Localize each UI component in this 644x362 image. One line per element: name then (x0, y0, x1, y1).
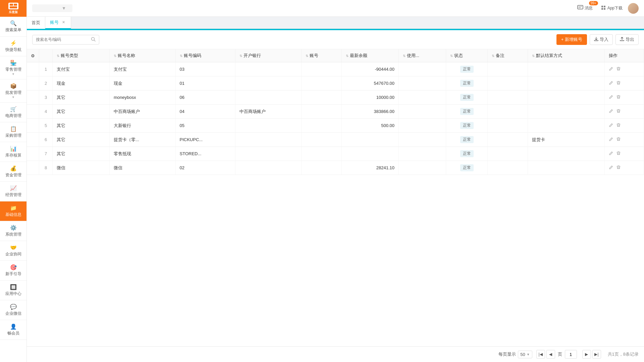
col-balance[interactable]: ⇅ 最新余额 (342, 49, 399, 62)
col-usage[interactable]: ⇅ 使用... (399, 49, 446, 62)
account-search-input[interactable] (36, 37, 89, 42)
svg-rect-5 (604, 6, 605, 7)
sidebar-item-guide[interactable]: 🎯 新手引导 (0, 261, 26, 281)
col-action: 操作 (605, 49, 644, 62)
sidebar-item-finance[interactable]: 💰 资金管理 (0, 162, 26, 182)
sidebar-item-enterprise-wechat[interactable]: 💬 企业微信 (0, 300, 26, 320)
basic-info-icon: 📁 (10, 205, 17, 211)
row-account-4 (301, 119, 341, 133)
app-logo: 乐意版 (0, 0, 26, 17)
col-status[interactable]: ⇅ 状态 (446, 49, 488, 62)
delete-icon-0[interactable] (616, 66, 621, 72)
account-search-box[interactable] (32, 35, 99, 45)
sidebar-item-basic-info[interactable]: 📁 基础信息 (0, 201, 26, 221)
edit-icon-7[interactable] (609, 165, 613, 171)
row-num-7: 8 (39, 161, 53, 175)
delete-icon-6[interactable] (616, 151, 621, 157)
col-code[interactable]: ⇅ 账号编码 (175, 49, 235, 62)
col-name[interactable]: ⇅ 账号名称 (109, 49, 175, 62)
sidebar-item-quick-nav[interactable]: ⚡ 快捷导航 (0, 37, 26, 56)
sidebar-item-inventory[interactable]: 📊 库存核算 (0, 142, 26, 162)
tab-home[interactable]: 首页 (27, 17, 45, 29)
tab-home-label: 首页 (32, 20, 40, 26)
row-balance-4: 500.00 (342, 119, 399, 133)
sidebar-item-wholesale[interactable]: 📦 批发管理 ▼ (0, 79, 26, 103)
col-settings[interactable]: ⚙ (27, 49, 39, 62)
sidebar-item-retail[interactable]: 🏪 零售管理 ▼ (0, 56, 26, 79)
content-header-actions: + 新增账号 导入 (556, 34, 639, 45)
page-prev-button[interactable]: ◀ (546, 350, 555, 359)
row-status-4: 正常 (446, 119, 488, 133)
sidebar-item-ecommerce[interactable]: 🛒 电商管理 (0, 103, 26, 122)
delete-icon-5[interactable] (616, 137, 621, 142)
delete-icon-3[interactable] (616, 109, 621, 114)
row-type-5: 其它 (53, 133, 110, 147)
svg-rect-0 (10, 4, 13, 6)
import-label: 导入 (600, 37, 608, 43)
page-last-button[interactable]: ▶| (592, 350, 601, 359)
sidebar-item-enterprise[interactable]: 🤝 企业协同 (0, 241, 26, 261)
edit-icon-2[interactable] (609, 95, 613, 100)
topbar-right: 消息 99+ App下载 (575, 3, 639, 14)
delete-icon-2[interactable] (616, 95, 621, 100)
delete-icon-7[interactable] (616, 165, 621, 171)
tab-account-close[interactable]: ✕ (61, 20, 66, 25)
tab-account[interactable]: 账号 ✕ (45, 17, 71, 29)
import-button[interactable]: 导入 (590, 34, 613, 45)
col-bank-label: 开户银行 (244, 53, 261, 59)
sidebar-item-purchase[interactable]: 📋 采购管理 (0, 122, 26, 142)
row-action-7 (605, 161, 644, 175)
row-balance-0: -90444.00 (342, 62, 399, 76)
row-usage-0 (399, 62, 446, 76)
sidebar-item-ops[interactable]: 📈 经营管理 (0, 182, 26, 201)
page-next-button[interactable]: ▶ (582, 350, 591, 359)
delete-icon-4[interactable] (616, 123, 621, 128)
col-type[interactable]: ⇅ 账号类型 (53, 49, 110, 62)
col-remark[interactable]: ⇅ 备注 (488, 49, 528, 62)
col-account[interactable]: ⇅ 账号 (301, 49, 341, 62)
sidebar-item-member[interactable]: 👤 畅会员 (0, 320, 26, 340)
sidebar-item-search-menu[interactable]: 🔍 搜索菜单 (0, 17, 26, 37)
row-remark-7 (488, 161, 528, 175)
status-badge-2: 正常 (460, 94, 474, 101)
edit-icon-1[interactable] (609, 80, 613, 86)
col-type-label: 账号类型 (61, 53, 78, 59)
account-search-icon[interactable] (91, 37, 96, 43)
row-num-5: 6 (39, 133, 53, 147)
topbar-search-input[interactable] (35, 6, 62, 11)
row-num-1: 2 (39, 76, 53, 90)
row-bank-3: 中百商场账户 (235, 105, 302, 119)
search-menu-icon: 🔍 (10, 20, 17, 26)
sidebar-item-label-guide: 新手引导 (5, 271, 21, 277)
page-first-button[interactable]: |◀ (536, 350, 545, 359)
status-badge-6: 正常 (460, 150, 474, 157)
edit-icon-4[interactable] (609, 123, 613, 128)
col-default-payment[interactable]: ⇅ 默认结算方式 (528, 49, 605, 62)
sidebar-item-label-app: 应用中心 (5, 291, 21, 297)
edit-icon-5[interactable] (609, 137, 613, 142)
row-type-0: 支付宝 (53, 62, 110, 76)
status-badge-3: 正常 (460, 108, 474, 115)
user-avatar[interactable] (628, 3, 639, 14)
message-button[interactable]: 消息 99+ (575, 4, 595, 13)
edit-icon-3[interactable] (609, 109, 613, 114)
row-gear-4 (27, 119, 39, 133)
delete-icon-1[interactable] (616, 80, 621, 86)
col-bank[interactable]: ⇅ 开户银行 (235, 49, 302, 62)
page-number-input[interactable] (565, 350, 577, 359)
row-balance-3: 383866.00 (342, 105, 399, 119)
edit-icon-6[interactable] (609, 151, 613, 157)
export-button[interactable]: 导出 (615, 34, 639, 45)
row-gear-1 (27, 76, 39, 90)
sidebar-item-app-center[interactable]: 🔲 应用中心 (0, 281, 26, 300)
topbar-search-box[interactable]: ▼ (32, 4, 72, 12)
app-name: 乐意版 (9, 10, 18, 14)
app-download-button[interactable]: App下载 (601, 5, 623, 11)
app-download-label: App下载 (607, 5, 623, 11)
sidebar-nav: 🔍 搜索菜单 ⚡ 快捷导航 🏪 零售管理 ▼ 📦 批发管理 ▼ 🛒 电商管理 📋… (0, 17, 26, 362)
export-icon (620, 37, 624, 42)
sidebar-item-system[interactable]: ⚙️ 系统管理 (0, 221, 26, 241)
page-size-box[interactable]: 50 ▼ (518, 351, 532, 358)
edit-icon-0[interactable] (609, 66, 613, 72)
add-account-button[interactable]: + 新增账号 (556, 34, 587, 45)
